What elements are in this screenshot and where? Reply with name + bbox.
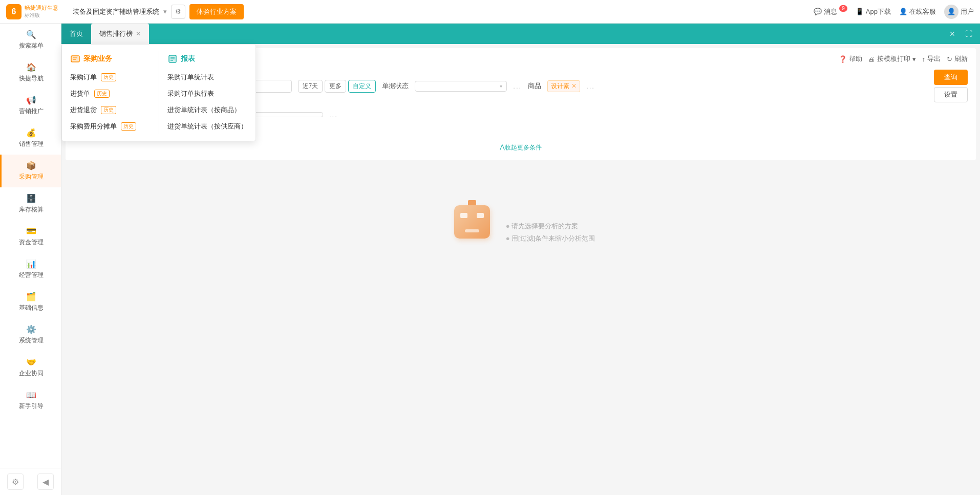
search-icon: 🔍 bbox=[26, 30, 36, 39]
refresh-icon: ↻ bbox=[947, 55, 952, 63]
quick-custom-button[interactable]: 自定义 bbox=[348, 80, 376, 93]
message-button[interactable]: 💬 消息 9 bbox=[814, 7, 847, 16]
sidebar-label-basic: 基础信息 bbox=[19, 304, 44, 312]
operation-icon: 📊 bbox=[26, 259, 36, 269]
empty-text: 请先选择要分析的方案 用[过滤]条件来缩小分析范围 bbox=[506, 220, 595, 245]
sidebar-item-inventory[interactable]: 🗄️ 库存核算 bbox=[0, 187, 61, 220]
sidebar-item-operation[interactable]: 📊 经营管理 bbox=[0, 253, 61, 286]
collapse-text: 收起更多条件 bbox=[505, 143, 542, 152]
collapse-row[interactable]: ⋀ 收起更多条件 bbox=[74, 141, 968, 154]
marketing-icon: 📢 bbox=[26, 95, 36, 105]
sidebar-item-marketing[interactable]: 📢 营销推广 bbox=[0, 89, 61, 122]
top-header: 6 畅捷通好生意 标准版 装备及固定资产辅助管理系统 ▾ ⚙ 体验行业方案 💬 … bbox=[0, 0, 980, 24]
service-label: 在线客服 bbox=[909, 7, 936, 16]
sidebar-item-system[interactable]: ⚙️ 系统管理 bbox=[0, 318, 61, 351]
home-icon: 🏠 bbox=[26, 62, 36, 72]
goods-ellipsis[interactable]: ... bbox=[586, 82, 595, 90]
menu-item-purchase-stats[interactable]: 采购订单统计表 bbox=[167, 69, 248, 85]
menu-item-return[interactable]: 进货退货 历史 bbox=[70, 102, 151, 118]
set-button[interactable]: 设置 bbox=[934, 87, 968, 102]
sidebar-label-guide: 新手引导 bbox=[19, 402, 44, 411]
message-label: 消息 bbox=[824, 7, 837, 16]
print-button[interactable]: 🖨 按模板打印 ▾ bbox=[868, 54, 916, 63]
sidebar-label-finance: 资金管理 bbox=[19, 238, 44, 247]
menu-columns: 采购业务 采购订单 历史 进货单 历史 进货退货 历史 采购费用分摊单 历史 bbox=[62, 51, 255, 135]
header-system: 装备及固定资产辅助管理系统 ▾ ⚙ 体验行业方案 bbox=[68, 4, 814, 19]
tab-home[interactable]: 首页 bbox=[61, 24, 91, 44]
menu-item-purchase-exec[interactable]: 采购订单执行表 bbox=[167, 85, 248, 102]
export-button[interactable]: ↑ 导出 bbox=[922, 54, 941, 63]
user-label: 用户 bbox=[961, 7, 974, 16]
sidebar-item-cooperation[interactable]: 🤝 企业协同 bbox=[0, 351, 61, 384]
settings-gear-icon[interactable]: ⚙ bbox=[171, 5, 185, 19]
doc-status-field[interactable]: ▾ bbox=[415, 81, 507, 92]
help-button[interactable]: ❓ 帮助 bbox=[839, 54, 862, 63]
menu-item-expense[interactable]: 采购费用分摊单 历史 bbox=[70, 118, 151, 135]
message-icon: 💬 bbox=[814, 8, 822, 15]
header-right: 💬 消息 9 📱 App下载 👤 在线客服 👤 用户 bbox=[814, 5, 974, 19]
dropdown-arrow-icon[interactable]: ▾ bbox=[163, 8, 167, 15]
salesman-ellipsis[interactable]: ... bbox=[329, 111, 338, 119]
sidebar-item-purchase[interactable]: 📦 采购管理 bbox=[0, 155, 61, 187]
sidebar-item-search[interactable]: 🔍 搜索菜单 bbox=[0, 24, 61, 56]
tab-expand-icon[interactable]: ⛶ bbox=[962, 27, 976, 41]
print-icon: 🖨 bbox=[868, 55, 875, 63]
quick-7days-button[interactable]: 近7天 bbox=[298, 80, 323, 93]
sidebar-label-operation: 经营管理 bbox=[19, 271, 44, 279]
incoming-stats-supplier-label: 进货单统计表（按供应商） bbox=[167, 122, 247, 131]
report-section-label: 报表 bbox=[181, 54, 195, 63]
sidebar-collapse-btn[interactable]: ◀ bbox=[37, 474, 54, 490]
logo-text: 畅捷通好生意 bbox=[25, 4, 58, 11]
sidebar-item-sales[interactable]: 💰 销售管理 bbox=[0, 122, 61, 155]
avatar: 👤 bbox=[944, 5, 958, 19]
doc-status-arrow-icon: ▾ bbox=[500, 83, 502, 89]
user-area[interactable]: 👤 用户 bbox=[944, 5, 974, 19]
dropdown-menu: 采购业务 采购订单 历史 进货单 历史 进货退货 历史 采购费用分摊单 历史 bbox=[61, 44, 256, 141]
doc-status-ellipsis[interactable]: ... bbox=[513, 82, 522, 90]
export-label: 导出 bbox=[927, 54, 941, 63]
sidebar-item-finance[interactable]: 💳 资金管理 bbox=[0, 220, 61, 253]
menu-report-title: 报表 bbox=[167, 51, 248, 69]
logo-area: 6 畅捷通好生意 标准版 bbox=[6, 4, 68, 19]
history-badge-0: 历史 bbox=[101, 73, 116, 81]
tab-sales-ranking[interactable]: 销售排行榜 ✕ bbox=[91, 24, 149, 44]
doc-status-label: 单据状态 bbox=[382, 81, 409, 91]
sidebar-settings-btn[interactable]: ⚙ bbox=[7, 474, 24, 490]
sidebar-item-nav[interactable]: 🏠 快捷导航 bbox=[0, 56, 61, 89]
system-icon: ⚙️ bbox=[26, 325, 36, 334]
sidebar-label-sales: 销售管理 bbox=[19, 140, 44, 148]
tab-close-icon[interactable]: ✕ bbox=[136, 30, 141, 37]
system-name: 装备及固定资产辅助管理系统 bbox=[73, 7, 159, 16]
sidebar-label-marketing: 营销推广 bbox=[19, 107, 44, 116]
menu-item-incoming-stats-goods[interactable]: 进货单统计表（按商品） bbox=[167, 102, 248, 118]
quick-more-button[interactable]: 更多 bbox=[325, 80, 346, 93]
history-badge-3: 历史 bbox=[121, 122, 136, 131]
tab-close-all-icon[interactable]: ✕ bbox=[945, 27, 960, 41]
online-service-button[interactable]: 👤 在线客服 bbox=[899, 7, 936, 16]
purchase-exec-label: 采购订单执行表 bbox=[167, 89, 214, 98]
sidebar-label-nav: 快捷导航 bbox=[19, 74, 44, 83]
app-download-button[interactable]: 📱 App下载 bbox=[856, 7, 891, 16]
query-button[interactable]: 查询 bbox=[934, 70, 968, 85]
goods-tag-close-icon[interactable]: ✕ bbox=[571, 82, 577, 90]
sidebar-label-cooperation: 企业协同 bbox=[19, 369, 44, 378]
message-badge: 9 bbox=[839, 5, 847, 12]
empty-tip1: 请先选择要分析的方案 bbox=[506, 220, 595, 232]
purchase-section-label: 采购业务 bbox=[83, 54, 112, 63]
menu-purchase-col: 采购业务 采购订单 历史 进货单 历史 进货退货 历史 采购费用分摊单 历史 bbox=[62, 51, 159, 135]
menu-item-purchase-order[interactable]: 采购订单 历史 bbox=[70, 69, 151, 85]
sidebar-item-guide[interactable]: 📖 新手引导 bbox=[0, 384, 61, 417]
sidebar-item-basic-info[interactable]: 🗂️ 基础信息 bbox=[0, 286, 61, 318]
incoming-label: 进货单 bbox=[70, 89, 90, 98]
industry-button[interactable]: 体验行业方案 bbox=[189, 4, 244, 19]
history-badge-1: 历史 bbox=[94, 90, 110, 98]
refresh-button[interactable]: ↻ 刷新 bbox=[947, 54, 968, 63]
cooperation-icon: 🤝 bbox=[26, 357, 36, 367]
menu-item-incoming[interactable]: 进货单 历史 bbox=[70, 85, 151, 102]
menu-item-incoming-stats-supplier[interactable]: 进货单统计表（按供应商） bbox=[167, 118, 248, 135]
empty-tip2: 用[过滤]条件来缩小分析范围 bbox=[506, 232, 595, 245]
sales-icon: 💰 bbox=[26, 128, 36, 138]
tab-bar-right: ✕ ⛶ bbox=[945, 27, 980, 41]
menu-report-col: 报表 采购订单统计表 采购订单执行表 进货单统计表（按商品） 进货单统计表（按供… bbox=[159, 51, 256, 135]
app-label: App下载 bbox=[866, 7, 891, 16]
